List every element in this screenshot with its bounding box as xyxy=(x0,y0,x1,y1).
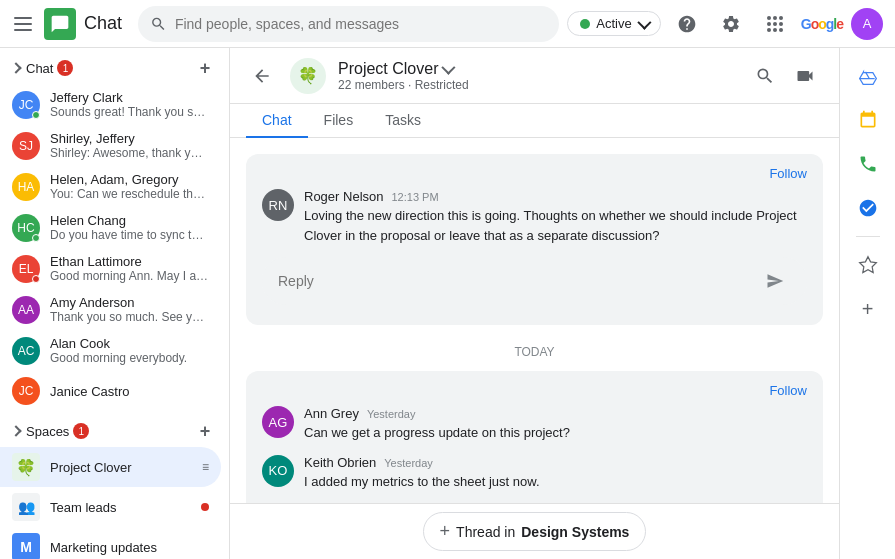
message-preview: Shirley: Awesome, thank you for the... xyxy=(50,146,209,160)
online-indicator xyxy=(32,234,40,242)
star-icon[interactable] xyxy=(848,245,888,285)
search-input[interactable] xyxy=(175,16,547,32)
message-text: I added my metrics to the sheet just now… xyxy=(304,472,807,492)
sidebar: Chat 1 + JC Jeffery Clark Sounds great! … xyxy=(0,48,230,559)
message-card-1: Follow RN Roger Nelson 12:13 PM Loving t… xyxy=(246,154,823,325)
message-preview: Do you have time to sync tomorrow mori..… xyxy=(50,228,209,242)
header-actions xyxy=(747,58,823,94)
avatar: EL xyxy=(12,255,40,283)
avatar: AC xyxy=(12,337,40,365)
send-button-1[interactable] xyxy=(759,265,791,297)
drive-icon[interactable] xyxy=(848,56,888,96)
follow-button-2[interactable]: Follow xyxy=(769,383,807,398)
avatar: HA xyxy=(12,173,40,201)
chat-add-button[interactable]: + xyxy=(193,56,217,80)
back-button[interactable] xyxy=(246,60,278,92)
phone-icon[interactable] xyxy=(848,144,888,184)
reply-input-1[interactable] xyxy=(278,273,751,289)
message-time: 12:13 PM xyxy=(392,191,439,203)
contact-name: Amy Anderson xyxy=(50,295,209,310)
chat-header: 🍀 Project Clover 22 members · Restricted xyxy=(230,48,839,104)
date-divider: TODAY xyxy=(246,345,823,359)
thread-bar: + Thread in Design Systems xyxy=(230,503,839,559)
add-icon[interactable]: + xyxy=(848,289,888,329)
right-sidebar: + xyxy=(839,48,895,559)
search-icon xyxy=(150,15,167,33)
avatar: HC xyxy=(12,214,40,242)
chat-section-toggle[interactable]: Chat 1 xyxy=(12,60,73,76)
sidebar-item-amy-anderson[interactable]: AA Amy Anderson Thank you so much. See y… xyxy=(0,289,221,330)
sidebar-item-jeffery-clark[interactable]: JC Jeffery Clark Sounds great! Thank you… xyxy=(0,84,221,125)
space-name: Project Clover xyxy=(50,460,192,475)
message-row-ann: AG Ann Grey Yesterday Can we get a progr… xyxy=(262,406,807,443)
contact-name: Ethan Lattimore xyxy=(50,254,209,269)
space-icon: M xyxy=(12,533,40,559)
chevron-down-icon xyxy=(637,15,651,29)
sidebar-item-shirley-jeffery[interactable]: SJ Shirley, Jeffery Shirley: Awesome, th… xyxy=(0,125,221,166)
tab-chat[interactable]: Chat xyxy=(246,104,308,138)
google-logo[interactable]: Google xyxy=(801,16,843,32)
space-team-leads[interactable]: 👥 Team leads xyxy=(0,487,221,527)
topbar: Chat Active Google A xyxy=(0,0,895,48)
space-project-clover[interactable]: 🍀 Project Clover ≡ xyxy=(0,447,221,487)
main-content: Chat 1 + JC Jeffery Clark Sounds great! … xyxy=(0,48,895,559)
unread-indicator xyxy=(201,503,209,511)
chat-title: Project Clover xyxy=(338,60,735,78)
online-indicator xyxy=(32,111,40,119)
thread-button[interactable]: + Thread in Design Systems xyxy=(423,512,647,551)
user-avatar[interactable]: A xyxy=(851,8,883,40)
app-logo xyxy=(44,8,76,40)
tab-tasks[interactable]: Tasks xyxy=(369,104,437,138)
tasks-icon[interactable] xyxy=(848,188,888,228)
calendar-icon[interactable] xyxy=(848,100,888,140)
help-icon[interactable] xyxy=(669,6,705,42)
status-badge[interactable]: Active xyxy=(567,11,660,36)
search-in-chat-icon[interactable] xyxy=(747,58,783,94)
chat-title-chevron-icon xyxy=(442,60,456,74)
contact-name: Helen Chang xyxy=(50,213,209,228)
spaces-section-label: Spaces xyxy=(26,424,69,439)
hamburger-menu-icon[interactable] xyxy=(12,12,36,36)
spaces-section-header: Spaces 1 + xyxy=(0,411,229,447)
message-text: Can we get a progress update on this pro… xyxy=(304,423,807,443)
avatar: AA xyxy=(12,296,40,324)
space-marketing-updates[interactable]: M Marketing updates xyxy=(0,527,221,559)
chat-chevron-icon xyxy=(10,62,21,73)
message-preview: Sounds great! Thank you so much Ann! xyxy=(50,105,209,119)
avatar: SJ xyxy=(12,132,40,160)
sidebar-item-helen-adam[interactable]: HA Helen, Adam, Gregory You: Can we resc… xyxy=(0,166,221,207)
sidebar-divider xyxy=(856,236,880,237)
video-call-icon[interactable] xyxy=(787,58,823,94)
sidebar-item-ethan-lattimore[interactable]: EL Ethan Lattimore Good morning Ann. May… xyxy=(0,248,221,289)
message-preview: Good morning everybody. xyxy=(50,351,209,365)
search-bar[interactable] xyxy=(138,6,559,42)
tab-files[interactable]: Files xyxy=(308,104,370,138)
spaces-badge: 1 xyxy=(73,423,89,439)
contact-name: Alan Cook xyxy=(50,336,209,351)
thread-label: Thread in xyxy=(456,524,515,540)
spaces-add-button[interactable]: + xyxy=(193,419,217,443)
reply-box-1[interactable] xyxy=(262,257,807,305)
message-text: Loving the new direction this is going. … xyxy=(304,206,807,245)
message-preview: Thank you so much. See you there. xyxy=(50,310,209,324)
offline-indicator xyxy=(32,275,40,283)
message-author: Ann Grey xyxy=(304,406,359,421)
space-name: Marketing updates xyxy=(50,540,209,555)
message-avatar: RN xyxy=(262,189,294,221)
message-time: Yesterday xyxy=(384,457,433,469)
chat-subtitle: 22 members · Restricted xyxy=(338,78,735,92)
contact-name: Jeffery Clark xyxy=(50,90,209,105)
follow-button-1[interactable]: Follow xyxy=(769,166,807,181)
chat-panel: 🍀 Project Clover 22 members · Restricted… xyxy=(230,48,839,559)
sidebar-item-alan-cook[interactable]: AC Alan Cook Good morning everybody. xyxy=(0,330,221,371)
apps-grid-icon[interactable] xyxy=(757,6,793,42)
space-avatar: 🍀 xyxy=(290,58,326,94)
sidebar-item-helen-chang[interactable]: HC Helen Chang Do you have time to sync … xyxy=(0,207,221,248)
space-icon: 🍀 xyxy=(12,453,40,481)
space-icon: 👥 xyxy=(12,493,40,521)
settings-icon[interactable] xyxy=(713,6,749,42)
spaces-section-toggle[interactable]: Spaces 1 xyxy=(12,423,89,439)
sidebar-item-janice-castro[interactable]: JC Janice Castro xyxy=(0,371,221,411)
message-time: Yesterday xyxy=(367,408,416,420)
plus-icon: + xyxy=(440,521,451,542)
